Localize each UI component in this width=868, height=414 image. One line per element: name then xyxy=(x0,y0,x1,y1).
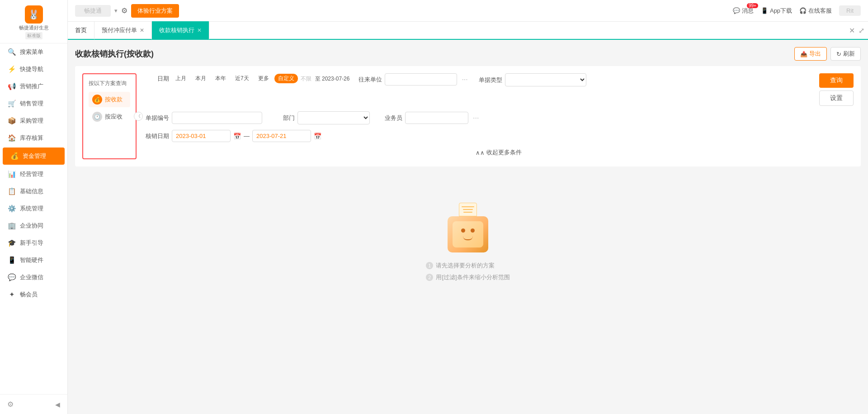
sidebar-item-finance[interactable]: 💰 资金管理 xyxy=(3,148,65,165)
writeoff-date-range: 2023-03-01 📅 — 2023-07-21 📅 xyxy=(172,130,321,142)
step1-icon: 1 xyxy=(426,262,433,269)
counterpart-dots-icon[interactable]: ··· xyxy=(462,76,467,84)
doctype-label: 单据类型 xyxy=(477,76,502,84)
sidebar-label-enterprise: 企业协同 xyxy=(20,222,43,230)
sidebar-item-system[interactable]: ⚙️ 系统管理 xyxy=(0,200,67,217)
sidebar-icon-purchase: 📦 xyxy=(7,117,16,125)
tab-home[interactable]: 首页 xyxy=(68,21,94,39)
date-tab-custom[interactable]: 自定义 xyxy=(274,74,298,83)
staff-input[interactable] xyxy=(405,112,468,124)
sidebar-item-quicknav[interactable]: ⚡ 快捷导航 xyxy=(0,61,67,78)
service-icon: 🎧 xyxy=(799,7,807,14)
settings-icon[interactable]: ⚙ xyxy=(7,400,14,409)
tab-close-all-icon[interactable]: ✕ xyxy=(849,26,855,35)
sidebar-label-finance: 资金管理 xyxy=(23,152,46,160)
sidebar-item-search[interactable]: 🔍 搜索菜单 xyxy=(0,43,67,61)
query-button[interactable]: 查询 xyxy=(819,73,854,88)
service-button[interactable]: 🎧 在线客服 xyxy=(799,7,832,15)
sidebar-item-purchase[interactable]: 📦 采购管理 xyxy=(0,112,67,129)
page-actions: 📤 导出 ↻ 刷新 xyxy=(794,47,861,61)
sidebar-icon-finance: 💰 xyxy=(10,152,19,160)
msg-badge: 99+ xyxy=(747,3,758,8)
header-dropdown-icon[interactable]: ▾ xyxy=(114,7,118,14)
sidebar-icon-hardware: 📱 xyxy=(7,256,16,264)
collapse-sidebar-icon[interactable]: ◀ xyxy=(55,401,60,408)
refresh-button[interactable]: ↻ 刷新 xyxy=(830,47,861,61)
tab-expand-icon[interactable]: ⤢ xyxy=(859,26,864,35)
sidebar-item-hardware[interactable]: 📱 智能硬件 xyxy=(0,252,67,269)
export-label: 导出 xyxy=(809,50,821,58)
query-option-receivable[interactable]: 🕐 按应收 xyxy=(89,109,130,124)
logo-name: 畅捷通好生意 xyxy=(19,24,49,31)
header-gear-icon[interactable]: ⚙ xyxy=(121,6,127,15)
sidebar-label-guide: 新手引导 xyxy=(20,239,43,247)
logo-icon: 🐰 xyxy=(25,5,43,24)
date-tab-7days[interactable]: 近7天 xyxy=(231,73,253,84)
page-content: 收款核销执行(按收款) 📤 导出 ↻ 刷新 按以下方案查询 💰 按收款 xyxy=(68,40,868,414)
sidebar-label-sales: 销售管理 xyxy=(20,100,43,108)
msg-icon: 💬 xyxy=(733,7,740,14)
sidebar-icon-guide: 🎓 xyxy=(7,239,16,247)
msg-button[interactable]: 💬 消息 99+ xyxy=(733,7,754,15)
date-tab-more[interactable]: 更多 xyxy=(255,73,273,84)
dept-select[interactable] xyxy=(297,111,370,124)
staff-dots-icon[interactable]: ··· xyxy=(473,114,479,122)
docnum-label: 单据编号 xyxy=(144,114,169,122)
step2-icon: 2 xyxy=(426,274,433,281)
sidebar: 🐰 畅捷通好生意 标准版 🔍 搜索菜单 ⚡ 快捷导航 📢 营销推广 🛒 销售管理… xyxy=(0,0,68,414)
sidebar-icon-basic: 📋 xyxy=(7,187,16,195)
sidebar-item-guide[interactable]: 🎓 新手引导 xyxy=(0,234,67,252)
docnum-input[interactable] xyxy=(172,112,262,124)
query-option-receipt[interactable]: 💰 按收款 xyxy=(89,92,130,107)
doctype-select[interactable] xyxy=(505,73,586,86)
sidebar-icon-marketing: 📢 xyxy=(7,82,16,90)
writeoff-date-start-cal-icon[interactable]: 📅 xyxy=(233,133,241,140)
app-label: App下载 xyxy=(770,7,792,15)
export-button[interactable]: 📤 导出 xyxy=(794,47,827,61)
service-label: 在线客服 xyxy=(808,7,832,15)
tab-prepay-close[interactable]: ✕ xyxy=(140,27,144,33)
sidebar-item-operation[interactable]: 📊 经营管理 xyxy=(0,166,67,183)
sidebar-item-sales[interactable]: 🛒 销售管理 xyxy=(0,95,67,112)
writeoff-date-end-input[interactable]: 2023-07-21 xyxy=(252,130,311,142)
receipt-option-label: 按收款 xyxy=(105,95,123,104)
receipt-option-icon: 💰 xyxy=(92,95,102,105)
sidebar-icon-operation: 📊 xyxy=(7,170,16,178)
date-tab-thismonth[interactable]: 本月 xyxy=(192,73,210,84)
counterpart-input[interactable] xyxy=(385,73,457,86)
tab-receipt-offset-close[interactable]: ✕ xyxy=(197,27,202,33)
logo-badge: 标准版 xyxy=(25,32,42,39)
date-unlimited-text: 不限 xyxy=(301,75,311,83)
page-header: 收款核销执行(按收款) 📤 导出 ↻ 刷新 xyxy=(75,47,861,61)
app-icon: 📱 xyxy=(761,7,768,14)
writeoff-date-end-cal-icon[interactable]: 📅 xyxy=(314,133,321,140)
sidebar-item-basic[interactable]: 📋 基础信息 xyxy=(0,183,67,200)
date-dash: — xyxy=(244,133,250,139)
sidebar-label-system: 系统管理 xyxy=(20,205,43,213)
date-to-text: 至 2023-07-26 xyxy=(315,75,350,83)
sidebar-icon-wechat: 💬 xyxy=(7,273,16,281)
date-tab-thisyear[interactable]: 本年 xyxy=(212,73,230,84)
date-label: 日期 xyxy=(144,75,169,83)
tab-bar: 首页 预付冲应付单 ✕ 收款核销执行 ✕ ✕ ⤢ xyxy=(68,22,868,40)
tab-prepay-label: 预付冲应付单 xyxy=(102,26,137,34)
collapse-more-btn[interactable]: ∧∧ 收起更多条件 xyxy=(144,146,854,159)
writeoff-date-start-input[interactable]: 2023-03-01 xyxy=(172,130,231,142)
sidebar-icon-system: ⚙️ xyxy=(7,205,16,213)
sidebar-item-wechat[interactable]: 💬 企业微信 xyxy=(0,269,67,286)
sidebar-item-enterprise[interactable]: 🏢 企业协同 xyxy=(0,217,67,234)
date-tabs: 上月 本月 本年 近7天 更多 自定义 xyxy=(172,73,298,84)
query-selector-collapse-btn[interactable]: 《 xyxy=(134,112,143,121)
sidebar-icon-enterprise: 🏢 xyxy=(7,222,16,230)
solution-button[interactable]: 体验行业方案 xyxy=(131,4,179,18)
sidebar-item-member[interactable]: ✦ 畅会员 xyxy=(0,286,67,303)
tab-receipt-offset[interactable]: 收款核销执行 ✕ xyxy=(152,21,209,39)
sidebar-item-inventory[interactable]: 🏠 库存核算 xyxy=(0,129,67,147)
app-download-button[interactable]: 📱 App下载 xyxy=(761,7,792,15)
sidebar-icon-inventory: 🏠 xyxy=(7,134,16,142)
setting-button[interactable]: 设置 xyxy=(819,90,854,106)
tab-prepay[interactable]: 预付冲应付单 ✕ xyxy=(94,21,152,39)
date-tab-lastmonth[interactable]: 上月 xyxy=(172,73,190,84)
sidebar-item-marketing[interactable]: 📢 营销推广 xyxy=(0,78,67,95)
header-right: 💬 消息 99+ 📱 App下载 🎧 在线客服 Rit xyxy=(733,5,861,16)
